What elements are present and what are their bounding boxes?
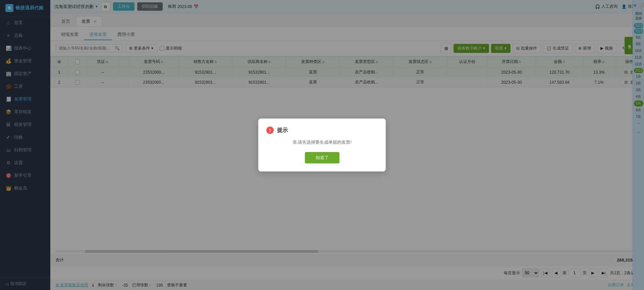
modal-warning-icon: ! bbox=[266, 127, 274, 134]
modal-title: 提示 bbox=[277, 127, 288, 134]
modal-ok-button[interactable]: 知道了 bbox=[305, 152, 339, 163]
modal-overlay[interactable]: ! 提示 亲,请先选择要生成单据的发票! 知道了 bbox=[0, 0, 644, 290]
modal-footer: 知道了 bbox=[266, 152, 378, 163]
modal-dialog: ! 提示 亲,请先选择要生成单据的发票! 知道了 bbox=[258, 119, 386, 171]
modal-body: 亲,请先选择要生成单据的发票! bbox=[266, 139, 378, 152]
modal-header: ! 提示 bbox=[266, 127, 378, 134]
